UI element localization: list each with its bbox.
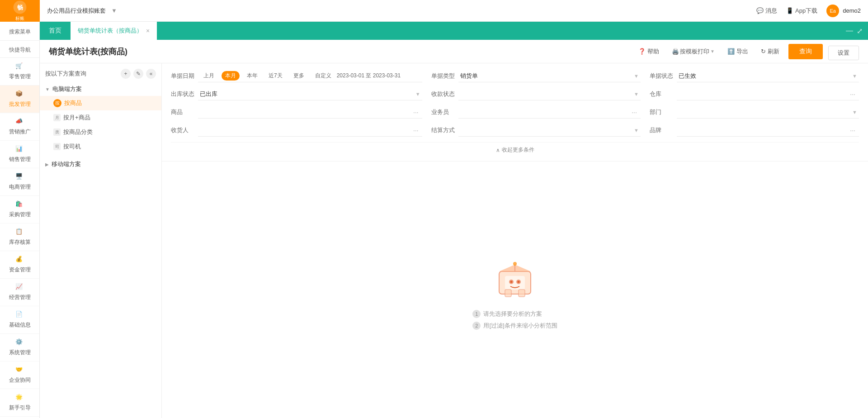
collapse-panel-btn[interactable]: «: [146, 69, 156, 79]
filter-out-status-field: 出库状态 已出库 ▼: [171, 88, 422, 100]
brand-value[interactable]: ···: [677, 124, 859, 137]
doc-status-chevron[interactable]: ▼: [852, 73, 857, 79]
payment-method-chevron[interactable]: ▼: [634, 128, 639, 133]
refresh-btn[interactable]: ↻ 刷新: [757, 46, 783, 57]
doc-status-text: 已生效: [679, 72, 852, 80]
tab-controls: — ⤢: [840, 27, 868, 35]
tab-minimize-btn[interactable]: —: [846, 27, 853, 35]
messages-btn[interactable]: 💬 消息: [756, 7, 777, 15]
collapse-label: 收起更多条件: [502, 146, 534, 154]
username[interactable]: demo2: [843, 7, 861, 14]
doc-status-value[interactable]: 已生效 ▼: [677, 70, 859, 82]
search-menu-label[interactable]: 搜索菜单: [9, 26, 31, 38]
marketing-icon: 📣: [15, 118, 24, 127]
query-btn[interactable]: 查询: [788, 44, 823, 59]
tree-item-by-category[interactable]: 类 按商品分类: [40, 125, 161, 139]
department-chevron[interactable]: ▼: [852, 109, 857, 115]
app-title: 办公用品行业模拟账套: [47, 7, 106, 15]
add-scheme-btn[interactable]: +: [121, 69, 131, 79]
sidebar-item-wholesale[interactable]: 📦 批发管理: [0, 86, 39, 113]
brand-dots[interactable]: ···: [848, 127, 857, 134]
filter-salesperson-field: 业务员 ···: [431, 106, 641, 119]
desktop-group-label: 电脑端方案: [52, 85, 82, 93]
warehouse-dots[interactable]: ···: [848, 90, 857, 98]
doc-type-chevron[interactable]: ▼: [634, 73, 639, 79]
product-value[interactable]: ···: [198, 106, 422, 119]
edit-scheme-btn[interactable]: ✎: [133, 69, 143, 79]
collab-label: 企业协同: [9, 376, 31, 384]
recipient-dots[interactable]: ···: [411, 127, 420, 134]
tab-expand-btn[interactable]: ⤢: [857, 27, 863, 35]
sidebar-item-sales[interactable]: 📊 销售管理: [0, 141, 39, 168]
sidebar-item-retail[interactable]: 🛒 零售管理: [0, 58, 39, 86]
sidebar-item-collab[interactable]: 🤝 企业协同: [0, 361, 39, 389]
date-btn-this-year[interactable]: 本年: [243, 71, 261, 81]
date-btn-more[interactable]: 更多: [290, 71, 308, 81]
refresh-icon: ↻: [761, 48, 766, 55]
tree-group-mobile-header[interactable]: ▶ 移动端方案: [40, 157, 161, 171]
title-dropdown-icon[interactable]: ▼: [111, 7, 117, 14]
date-btn-this-month[interactable]: 本月: [222, 71, 240, 81]
filter-payment-status-field: 收款状态 ▼: [431, 88, 641, 100]
sidebar-item-marketing[interactable]: 📣 营销推广: [0, 113, 39, 141]
tab-close-icon[interactable]: ×: [146, 27, 150, 34]
date-btn-last-month[interactable]: 上月: [200, 71, 218, 81]
tab-active[interactable]: 销货单统计表（按商品） ×: [71, 22, 157, 40]
salesperson-value[interactable]: ···: [458, 106, 641, 119]
sidebar-item-ecommerce[interactable]: 🖥️ 电商管理: [0, 168, 39, 196]
sidebar-item-inventory[interactable]: 📋 库存核算: [0, 223, 39, 251]
doc-type-value[interactable]: 销货单 ▼: [458, 70, 641, 82]
department-value[interactable]: ▼: [677, 106, 859, 119]
date-btn-7days[interactable]: 近7天: [265, 71, 286, 81]
department-label: 部门: [650, 108, 677, 116]
quick-nav-label[interactable]: 快捷导航: [9, 44, 31, 56]
tab-home-label: 首页: [49, 27, 61, 35]
payment-method-value[interactable]: ▼: [458, 124, 641, 137]
empty-step-1: 1 请先选择要分析的方案: [472, 310, 557, 318]
help-icon: ❓: [638, 48, 646, 55]
sidebar-item-system[interactable]: ⚙️ 系统管理: [0, 334, 39, 361]
filter-department-field: 部门 ▼: [650, 106, 859, 119]
out-status-chevron[interactable]: ▼: [415, 91, 420, 97]
settings-btn[interactable]: 设置: [828, 46, 859, 60]
filter-row-3: 商品 ··· 业务员 ···: [171, 106, 859, 119]
tree-item-by-product[interactable]: 按 按商品: [40, 96, 161, 110]
by-month-product-label: 按月+商品: [63, 114, 90, 122]
tab-home[interactable]: 首页: [40, 22, 71, 40]
warehouse-value[interactable]: ···: [677, 88, 859, 100]
ecommerce-label: 电商管理: [9, 183, 31, 191]
salesperson-dots[interactable]: ···: [630, 109, 639, 116]
app-logo[interactable]: 畅 标账: [0, 0, 40, 22]
sidebar-item-operations[interactable]: 📈 经营管理: [0, 279, 39, 306]
out-status-value[interactable]: 已出库 ▼: [198, 88, 422, 100]
payment-status-value[interactable]: ▼: [458, 88, 641, 100]
sidebar-item-finance[interactable]: 💰 资金管理: [0, 251, 39, 279]
date-btn-custom[interactable]: 自定义: [311, 71, 335, 81]
tree-group-desktop-header[interactable]: ▼ 电脑端方案: [40, 82, 161, 96]
empty-state-steps: 1 请先选择要分析的方案 2 用[过滤]条件来缩小分析范围: [472, 310, 557, 333]
tab-bar: 首页 销货单统计表（按商品） × — ⤢: [40, 22, 868, 40]
print-dropdown-icon[interactable]: ▼: [710, 49, 715, 54]
payment-status-chevron[interactable]: ▼: [634, 91, 639, 97]
tree-item-by-driver[interactable]: 司 按司机: [40, 139, 161, 154]
template-print-btn[interactable]: 🖨️ 按模板打印 ▼: [668, 46, 718, 57]
tab-active-label: 销货单统计表（按商品）: [78, 27, 142, 35]
message-icon: 💬: [756, 7, 764, 14]
tree-item-by-month-product[interactable]: 月 按月+商品: [40, 110, 161, 125]
finance-label: 资金管理: [9, 266, 31, 274]
product-dots[interactable]: ···: [411, 109, 420, 116]
recipient-value[interactable]: ···: [198, 124, 422, 137]
page-content: 销货单统计表(按商品) ❓ 帮助 🖨️ 按模板打印 ▼ ⬆️ 导出: [40, 40, 868, 418]
user-avatar[interactable]: Ea: [826, 5, 839, 17]
help-btn[interactable]: ❓ 帮助: [635, 46, 663, 57]
app-download-btn[interactable]: 📱 App下载: [786, 7, 817, 15]
sidebar-item-guide[interactable]: 🌟 新手引导: [0, 389, 39, 417]
collapse-bar[interactable]: ∧ 收起更多条件: [171, 142, 859, 157]
export-btn[interactable]: ⬆️ 导出: [724, 46, 752, 57]
mobile-group-label: 移动端方案: [52, 160, 81, 168]
collapse-up-icon: ∧: [496, 147, 500, 153]
sidebar-item-basic-info[interactable]: 📄 基础信息: [0, 306, 39, 334]
basic-info-label: 基础信息: [9, 321, 31, 329]
step-1-num: 1: [472, 310, 481, 318]
sidebar-item-purchase[interactable]: 🛍️ 采购管理: [0, 196, 39, 223]
